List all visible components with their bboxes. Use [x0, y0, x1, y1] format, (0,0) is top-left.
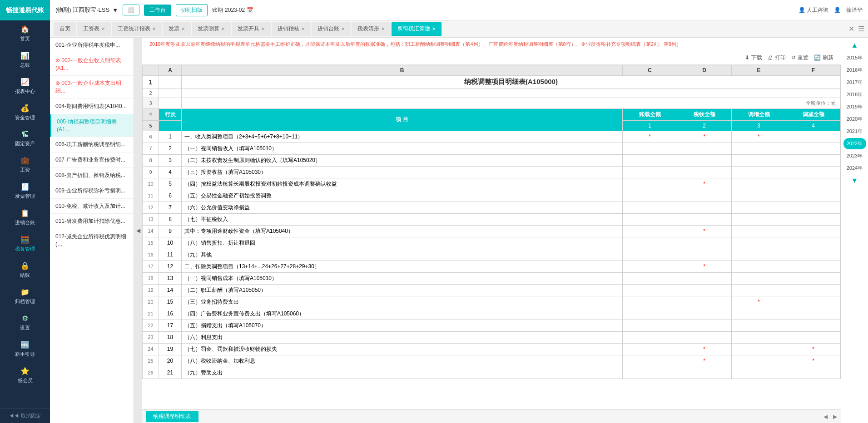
cell[interactable]	[623, 237, 677, 249]
left-item-006[interactable]: 006-职工薪酬纳税调整明细...	[50, 137, 134, 152]
hangci-cell[interactable]: 12	[159, 261, 182, 272]
cell[interactable]	[677, 284, 732, 296]
left-item-011[interactable]: 011-研发费用加计扣除优惠...	[50, 214, 134, 229]
item-cell[interactable]: （二）职工薪酬（填写A105050）	[182, 284, 623, 296]
cell[interactable]	[623, 143, 677, 154]
cell[interactable]	[732, 190, 786, 202]
cell[interactable]	[623, 202, 677, 213]
tab-发票开具[interactable]: 发票开具✕	[232, 22, 271, 36]
cell[interactable]	[786, 190, 841, 202]
tab-发票[interactable]: 发票✕	[163, 22, 191, 36]
chevron-down-icon[interactable]: ▼	[112, 7, 118, 14]
year-item-2020年[interactable]: 2020年	[843, 113, 866, 125]
cell[interactable]	[623, 249, 677, 261]
refresh-btn[interactable]: 🔄 刷新	[814, 54, 833, 62]
cell[interactable]	[677, 367, 732, 379]
year-item-2022年[interactable]: 2022年	[843, 138, 866, 149]
item-cell[interactable]: （四）广告费和业务宣传费支出（填写A105060）	[182, 308, 623, 320]
cell[interactable]	[732, 355, 786, 367]
tab-close-icon[interactable]: ✕	[261, 26, 265, 31]
cell[interactable]: *	[732, 296, 786, 308]
item-cell[interactable]: （二）未按权责发生制原则确认的收入（填写A105020）	[182, 154, 623, 166]
back-btn[interactable]: 切到旧版	[176, 4, 208, 16]
left-item-009[interactable]: 009-企业所得税弥补亏损明...	[50, 183, 134, 199]
cell[interactable]: *	[677, 131, 732, 143]
hangci-cell[interactable]: 19	[159, 343, 182, 355]
tab-首页[interactable]: 首页	[54, 22, 76, 36]
left-item-003[interactable]: ⊗ 003-一般企业成本支出明细...	[50, 76, 134, 99]
cell[interactable]	[677, 320, 732, 331]
cell[interactable]	[623, 331, 677, 343]
cell[interactable]	[786, 367, 841, 379]
sidebar-item-home[interactable]: 🏠首页	[0, 20, 50, 47]
cell[interactable]	[677, 296, 732, 308]
cell[interactable]	[786, 178, 841, 190]
cell[interactable]	[786, 154, 841, 166]
cell[interactable]	[732, 367, 786, 379]
cell[interactable]	[159, 98, 182, 108]
table-container[interactable]: A B C D E F 1 纳税调整项目明细表(A105000) 2 3 全额单…	[142, 65, 841, 410]
cell[interactable]: *	[677, 343, 732, 355]
hangci-cell[interactable]: 5	[159, 178, 182, 190]
item-cell[interactable]: （七）不征税收入	[182, 213, 623, 225]
cell[interactable]: *	[732, 131, 786, 143]
cell[interactable]	[677, 272, 732, 284]
tab-close-icon[interactable]: ✕	[101, 26, 105, 31]
panel-toggle[interactable]: ◀	[134, 38, 142, 423]
item-cell[interactable]: （八）销售折扣、折让和退回	[182, 237, 623, 249]
item-cell[interactable]: （四）按权益法核算长期股权投资对初始投资成本调整确认收益	[182, 178, 623, 190]
cell[interactable]	[732, 261, 786, 272]
cell[interactable]	[677, 166, 732, 178]
cell[interactable]	[786, 225, 841, 237]
item-cell[interactable]: （三）投资收益（填写A105030）	[182, 166, 623, 178]
year-item-2024年[interactable]: 2024年	[843, 162, 866, 174]
hangci-cell[interactable]: 17	[159, 320, 182, 331]
cell[interactable]: *	[786, 343, 841, 355]
cell[interactable]	[732, 308, 786, 320]
cell[interactable]	[786, 261, 841, 272]
cell[interactable]	[623, 284, 677, 296]
left-item-012[interactable]: 012-减免企业所得税优惠明细(…	[50, 229, 134, 252]
sidebar-item-report[interactable]: 📈报表中心	[0, 73, 50, 99]
hangci-cell[interactable]: 13	[159, 272, 182, 284]
tab-所得税汇算缴[interactable]: 所得税汇算缴✕	[392, 22, 441, 36]
tab-工资统计报表[interactable]: 工资统计报表✕	[112, 22, 162, 36]
cell[interactable]	[182, 88, 841, 98]
year-item-2019年[interactable]: 2019年	[843, 101, 866, 113]
cell[interactable]	[623, 355, 677, 367]
item-cell[interactable]: （六）公允价值变动净损益	[182, 202, 623, 213]
workbench-btn[interactable]: 工作台	[144, 5, 171, 16]
cell[interactable]	[623, 225, 677, 237]
cell[interactable]	[732, 166, 786, 178]
cell[interactable]	[623, 213, 677, 225]
year-item-2015年[interactable]: 2015年	[843, 52, 866, 64]
sidebar-item-fixed[interactable]: 🏗固定资产	[0, 126, 50, 152]
cell[interactable]	[786, 213, 841, 225]
cell[interactable]	[732, 143, 786, 154]
cell[interactable]	[623, 308, 677, 320]
hangci-cell[interactable]: 1	[159, 131, 182, 143]
download-btn[interactable]: ⬇ 下载	[745, 54, 762, 62]
tab-发票测算[interactable]: 发票测算✕	[192, 22, 231, 36]
cell[interactable]	[786, 331, 841, 343]
cell[interactable]	[786, 166, 841, 178]
year-item-2021年[interactable]: 2021年	[843, 126, 866, 137]
hangci-cell[interactable]: 2	[159, 143, 182, 154]
tab-close-icon[interactable]: ✕	[181, 26, 185, 31]
cell[interactable]: *	[677, 178, 732, 190]
sidebar-item-ledger2[interactable]: 📋进销台账	[0, 204, 50, 231]
cell[interactable]	[623, 154, 677, 166]
cell[interactable]	[677, 143, 732, 154]
cell[interactable]	[732, 272, 786, 284]
hangci-cell[interactable]: 11	[159, 249, 182, 261]
item-cell[interactable]: （三）业务招待费支出	[182, 296, 623, 308]
sidebar-item-assets[interactable]: 💰资金管理	[0, 99, 50, 126]
cell[interactable]	[786, 272, 841, 284]
item-cell[interactable]: 一、收入类调整项目（2+3+4+5+6+7+8+10+11）	[182, 131, 623, 143]
sidebar-item-salary[interactable]: 💼工资	[0, 152, 50, 178]
left-item-007[interactable]: 007-广告费和业务宣传费时...	[50, 152, 134, 168]
year-item-2018年[interactable]: 2018年	[843, 89, 866, 100]
hangci-cell[interactable]: 21	[159, 367, 182, 379]
cell[interactable]	[623, 261, 677, 272]
hangci-cell[interactable]: 7	[159, 202, 182, 213]
